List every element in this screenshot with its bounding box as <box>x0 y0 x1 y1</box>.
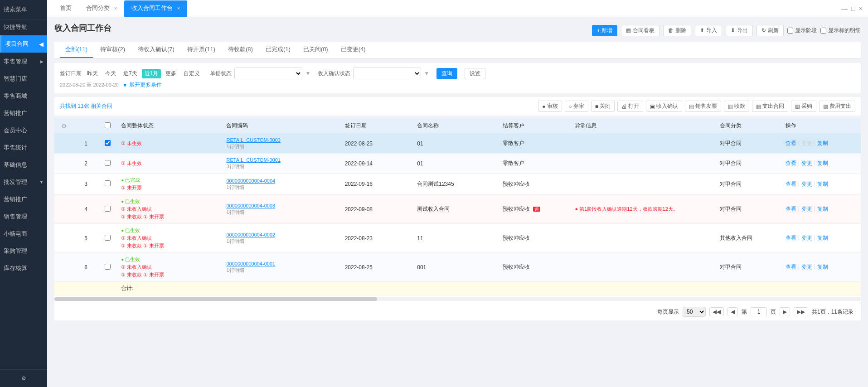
row6-code-link[interactable]: 0000000000004-0001 <box>226 261 275 266</box>
tab-home[interactable]: 首页 <box>53 0 79 17</box>
delete-btn[interactable]: 🗑 删除 <box>663 25 691 36</box>
sidebar-nav[interactable]: 快捷导航 <box>0 19 47 35</box>
doc-status-select[interactable] <box>234 68 302 79</box>
per-page-select[interactable]: 20 50 100 <box>683 307 706 317</box>
filter-tab-pending-invoice[interactable]: 待开票(11) <box>182 42 221 58</box>
row6-copy-btn[interactable]: 复制 <box>817 263 828 271</box>
select-all-checkbox[interactable] <box>105 122 111 128</box>
row1-view-btn[interactable]: 查看 <box>786 140 796 147</box>
row6-view-btn[interactable]: 查看 <box>786 263 796 271</box>
sidebar-item-marketing2[interactable]: 营销推广 <box>0 191 47 208</box>
date-btn-more[interactable]: 更多 <box>163 69 179 78</box>
sidebar-item-inventory[interactable]: 库存核算 <box>0 260 47 277</box>
sidebar-item-smart-store[interactable]: 智慧门店 <box>0 70 47 87</box>
row5-code-link[interactable]: 0000000000004-0002 <box>226 232 275 237</box>
row5-copy-btn[interactable]: 复制 <box>817 234 828 242</box>
show-fields-checkbox[interactable]: 显示阶段 <box>787 27 817 34</box>
export-btn[interactable]: ⬇ 导出 <box>726 25 753 36</box>
settings-btn[interactable]: 设置 <box>465 68 485 79</box>
row3-copy-btn[interactable]: 复制 <box>817 180 828 188</box>
row4-change-btn[interactable]: 变更 <box>801 205 812 213</box>
sidebar-item-retail-mall[interactable]: 零售商城 <box>0 87 47 105</box>
row5-change-btn[interactable]: 变更 <box>801 234 812 242</box>
contract-kanban-btn[interactable]: ▦ 合同看板 <box>621 25 659 36</box>
purchase-btn[interactable]: ▧ 采购 <box>791 101 816 112</box>
tab-income-workbench[interactable]: 收入合同工作台 × <box>124 0 187 17</box>
row4-view-btn[interactable]: 查看 <box>786 205 796 213</box>
sidebar-settings-btn[interactable]: ⚙ <box>0 369 47 387</box>
table-settings-icon[interactable]: ⚙ <box>61 122 67 130</box>
sales-invoice-btn[interactable]: ▤ 销售发票 <box>685 101 721 112</box>
sidebar-search[interactable]: 搜索菜单 <box>0 0 47 19</box>
tab-income-workbench-close[interactable]: × <box>177 5 180 11</box>
date-btn-custom[interactable]: 自定义 <box>181 69 203 78</box>
sidebar-item-xiaochu[interactable]: 小畅电商 <box>0 225 47 242</box>
row5-check[interactable] <box>98 224 118 253</box>
page-input[interactable] <box>751 307 767 316</box>
sidebar-item-wholesale[interactable]: 批发管理 <box>0 174 47 191</box>
query-btn[interactable]: 查询 <box>436 68 457 79</box>
sidebar-item-purchase[interactable]: 采购管理 <box>0 242 47 260</box>
row1-check[interactable] <box>98 134 118 154</box>
new-contract-btn[interactable]: + 新增 <box>592 25 617 36</box>
row1-code-link[interactable]: RETAIL_CUSTOM-0003 <box>226 137 280 143</box>
row3-view-btn[interactable]: 查看 <box>786 180 796 188</box>
next-page-btn[interactable]: ▶ <box>780 307 790 316</box>
row3-check[interactable] <box>98 174 118 195</box>
sidebar-item-sales[interactable]: 销售管理 <box>0 208 47 225</box>
income-confirm-btn[interactable]: ▣ 收入确认 <box>646 101 682 112</box>
income-confirm-select[interactable] <box>353 68 421 79</box>
sidebar-item-base-info[interactable]: 基础信息 <box>0 156 47 174</box>
row4-code-link[interactable]: 0000000000004-0003 <box>226 203 275 208</box>
row2-code-link[interactable]: RETAIL_CUSTOM-0001 <box>226 157 280 163</box>
maximize-icon[interactable]: □ <box>851 5 855 12</box>
row1-copy-btn[interactable]: 复制 <box>817 140 828 147</box>
expand-conditions-btn[interactable]: ▼ 展开更多条件 <box>122 81 162 89</box>
horizontal-scrollbar[interactable] <box>54 297 861 301</box>
filter-tab-changed[interactable]: 已变更(4) <box>335 42 371 58</box>
abandon-btn[interactable]: ○ 弃审 <box>565 101 588 112</box>
import-btn[interactable]: ⬆ 导入 <box>695 25 722 36</box>
payment-btn[interactable]: ▥ 收款 <box>724 101 749 112</box>
date-btn-yesterday[interactable]: 昨天 <box>84 69 101 78</box>
row4-check[interactable] <box>98 195 118 224</box>
minimize-icon[interactable]: — <box>841 5 848 12</box>
last-page-btn[interactable]: ▶▶ <box>794 307 808 316</box>
date-btn-1month[interactable]: 近1月 <box>142 69 161 78</box>
sidebar-item-member[interactable]: 会员中心 <box>0 122 47 139</box>
print-btn[interactable]: 🖨 打开 <box>617 101 643 112</box>
review-btn[interactable]: ● 审核 <box>538 101 562 112</box>
row2-change-btn[interactable]: 变更 <box>801 160 812 167</box>
filter-tab-all[interactable]: 全部(11) <box>60 42 93 58</box>
filter-tab-pending-income[interactable]: 待收入确认(7) <box>132 42 180 58</box>
show-detail-checkbox[interactable]: 显示标的明细 <box>820 27 861 34</box>
row4-copy-btn[interactable]: 复制 <box>817 205 828 213</box>
sidebar-item-project[interactable]: 项目合同 ◀ <box>0 35 47 53</box>
filter-tab-pending-payment[interactable]: 待收款(8) <box>223 42 258 58</box>
row5-view-btn[interactable]: 查看 <box>786 234 796 242</box>
filter-tab-closed[interactable]: 已关闭(0) <box>298 42 334 58</box>
row3-change-btn[interactable]: 变更 <box>801 180 812 188</box>
row2-check[interactable] <box>98 154 118 174</box>
row3-code-link[interactable]: 0000000000004-0004 <box>226 178 275 184</box>
sidebar-item-retail[interactable]: 零售管理 <box>0 53 47 70</box>
tab-contract-cat-close[interactable]: × <box>114 5 117 11</box>
row6-check[interactable] <box>98 253 118 282</box>
sidebar-item-retail-stat[interactable]: 零售统计 <box>0 139 47 156</box>
filter-tab-pending-review[interactable]: 待审核(2) <box>95 42 131 58</box>
row2-copy-btn[interactable]: 复制 <box>817 160 828 167</box>
prev-page-btn[interactable]: ◀ <box>727 307 738 316</box>
fee-out-btn[interactable]: ▨ 费用支出 <box>819 101 855 112</box>
date-btn-7days[interactable]: 近7天 <box>121 69 140 78</box>
out-contract-btn[interactable]: ▦ 支出合同 <box>752 101 788 112</box>
row2-view-btn[interactable]: 查看 <box>786 160 796 167</box>
row6-change-btn[interactable]: 变更 <box>801 263 812 271</box>
filter-tab-completed[interactable]: 已完成(1) <box>260 42 296 58</box>
close-contract-btn[interactable]: ■ 关闭 <box>591 101 615 112</box>
tab-contract-cat[interactable]: 合同分类 × <box>79 0 124 17</box>
refresh-btn[interactable]: ↻ 刷新 <box>756 25 784 36</box>
first-page-btn[interactable]: ◀◀ <box>709 307 724 316</box>
sidebar-item-marketing[interactable]: 营销推广 <box>0 105 47 122</box>
close-icon[interactable]: × <box>859 5 863 12</box>
date-btn-today[interactable]: 今天 <box>102 69 119 78</box>
